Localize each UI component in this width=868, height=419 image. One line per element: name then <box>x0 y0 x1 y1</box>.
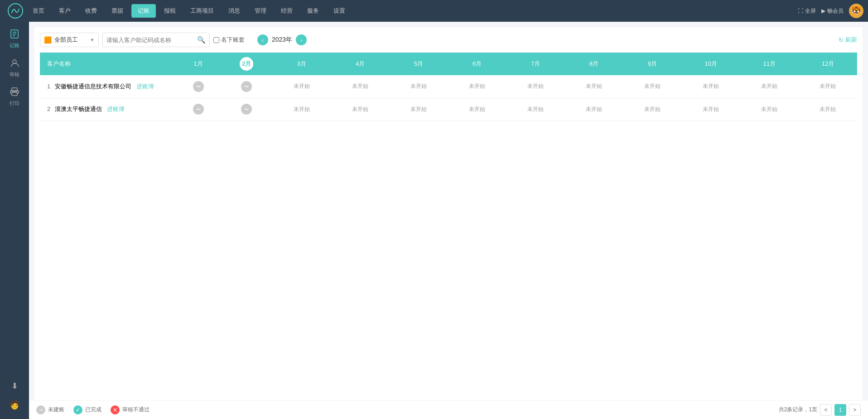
refresh-button[interactable]: ↻ 刷新 <box>839 36 857 44</box>
sidebar-bottom: ⬇ 🧑 <box>2 377 27 419</box>
nav-service[interactable]: 服务 <box>301 4 325 18</box>
row1-jan: － <box>176 75 221 98</box>
top-nav: 首页 客户 收费 票据 记账 报税 工商项目 消息 管理 经营 服务 设置 ⛶ … <box>0 0 868 22</box>
row1-dec: 未开始 <box>799 75 857 98</box>
legend-not-built: － 未建账 <box>36 405 64 414</box>
search-input[interactable] <box>103 35 193 45</box>
nav-home[interactable]: 首页 <box>26 4 51 18</box>
sidebar-support[interactable]: 🧑 <box>2 396 27 414</box>
row2-num: 2 <box>47 106 50 112</box>
vip-label: 畅会员 <box>827 7 844 15</box>
employee-select[interactable]: 🟧 全部员工 ▼ <box>40 33 99 47</box>
nav-management[interactable]: 管理 <box>248 4 273 18</box>
data-table: 客户名称 1月 2月 3月 4月 5月 6月 7月 8月 9月 <box>40 53 857 121</box>
row1-enter-ledger-link[interactable]: 进账簿 <box>136 83 154 90</box>
legend-gray-icon: － <box>36 405 45 414</box>
accounting-icon <box>10 29 19 40</box>
col-header-jun: 6月 <box>448 53 506 75</box>
nav-business[interactable]: 工商项目 <box>184 4 220 18</box>
support-icon: 🧑 <box>10 400 19 410</box>
fullscreen-icon: ⛶ <box>798 8 803 14</box>
main-panel: 🟧 全部员工 ▼ 🔍 名下账套 ‹ 2023年 › <box>34 27 863 401</box>
row1-oct-status: 未开始 <box>703 83 719 89</box>
refresh-icon: ↻ <box>839 37 844 43</box>
nav-tax[interactable]: 报税 <box>158 4 182 18</box>
my-accounts-checkbox[interactable] <box>213 37 219 43</box>
nav-customer[interactable]: 客户 <box>53 4 77 18</box>
col-header-name: 客户名称 <box>40 53 176 75</box>
row2-sep: 未开始 <box>623 98 682 120</box>
row1-mar: 未开始 <box>272 75 331 98</box>
chevron-down-icon: ▼ <box>90 37 95 43</box>
fullscreen-button[interactable]: ⛶ 全屏 <box>798 7 816 15</box>
audit-icon <box>10 58 19 69</box>
row2-apr: 未开始 <box>331 98 389 120</box>
print-icon <box>10 87 19 98</box>
search-box: 🔍 <box>102 33 210 47</box>
employee-select-icon: 🟧 <box>44 36 52 43</box>
sidebar-item-print[interactable]: 打印 <box>2 83 27 111</box>
row2-dec: 未开始 <box>799 98 857 120</box>
row2-enter-ledger-link[interactable]: 进账簿 <box>107 106 125 112</box>
col-header-may: 5月 <box>390 53 448 75</box>
col-header-jul: 7月 <box>506 53 565 75</box>
nav-accounting[interactable]: 记账 <box>131 4 156 18</box>
search-button[interactable]: 🔍 <box>193 36 209 44</box>
row1-feb-status: － <box>241 81 252 92</box>
sidebar-item-accounting[interactable]: 记账 <box>2 25 27 53</box>
checkbox-label[interactable]: 名下账套 <box>213 36 245 44</box>
year-nav: ‹ 2023年 › <box>257 34 307 45</box>
row2-nov-status: 未开始 <box>761 106 777 112</box>
checkbox-text: 名下账套 <box>221 36 245 44</box>
row1-sep-status: 未开始 <box>644 83 661 89</box>
current-page-button[interactable]: 1 <box>834 404 846 416</box>
row1-num: 1 <box>47 83 50 90</box>
nav-operation[interactable]: 经营 <box>275 4 299 18</box>
col-header-apr: 4月 <box>331 53 389 75</box>
nav-invoice[interactable]: 票据 <box>105 4 130 18</box>
row1-jan-status: － <box>193 81 204 92</box>
sidebar-audit-label: 审核 <box>10 71 19 78</box>
user-avatar[interactable]: 🐯 <box>849 4 863 18</box>
prev-page-button[interactable]: < <box>820 404 832 416</box>
legend-rejected-label: 审核不通过 <box>122 406 149 414</box>
next-year-button[interactable]: › <box>296 34 307 45</box>
main-layout: 记账 审核 打印 ⬇ <box>0 22 868 419</box>
next-page-button[interactable]: > <box>849 404 861 416</box>
row1-company-name: 安徽畅捷通信息技术有限公司 <box>55 83 131 90</box>
prev-year-button[interactable]: ‹ <box>257 34 268 45</box>
row1-jun: 未开始 <box>448 75 506 98</box>
table-header-row: 客户名称 1月 2月 3月 4月 5月 6月 7月 8月 9月 <box>40 53 857 75</box>
sidebar-download[interactable]: ⬇ <box>2 377 27 395</box>
row1-jul-status: 未开始 <box>527 83 544 89</box>
table-body: 1 安徽畅捷通信息技术有限公司 进账簿 － － 未开始 未开始 <box>40 75 857 120</box>
row1-oct: 未开始 <box>682 75 740 98</box>
sidebar-item-audit[interactable]: 审核 <box>2 54 27 82</box>
row2-oct: 未开始 <box>682 98 740 120</box>
row1-dec-status: 未开始 <box>820 83 836 89</box>
download-icon: ⬇ <box>11 381 18 391</box>
row2-jul-status: 未开始 <box>527 106 544 112</box>
row2-jan-status: － <box>193 104 204 115</box>
row1-jul: 未开始 <box>506 75 565 98</box>
vip-button[interactable]: ▶ 畅会员 <box>821 7 844 15</box>
row2-feb-status: － <box>241 104 252 115</box>
row1-aug: 未开始 <box>565 75 623 98</box>
svg-rect-6 <box>12 88 17 92</box>
nav-collection[interactable]: 收费 <box>79 4 103 18</box>
row2-nov: 未开始 <box>740 98 799 120</box>
table-wrapper: 客户名称 1月 2月 3月 4月 5月 6月 7月 8月 9月 <box>40 53 857 121</box>
row1-may: 未开始 <box>390 75 448 98</box>
toolbar: 🟧 全部员工 ▼ 🔍 名下账套 ‹ 2023年 › <box>40 33 857 47</box>
pagination: 共2条记录，1页 < 1 > <box>779 404 861 416</box>
row1-apr: 未开始 <box>331 75 389 98</box>
nav-settings[interactable]: 设置 <box>327 4 352 18</box>
row1-sep: 未开始 <box>623 75 682 98</box>
nav-message[interactable]: 消息 <box>222 4 246 18</box>
table-row: 2 漠澳太平畅捷通信 进账簿 － － 未开始 未开始 <box>40 98 857 120</box>
row2-mar: 未开始 <box>272 98 331 120</box>
col-header-oct: 10月 <box>682 53 740 75</box>
col-header-dec: 12月 <box>799 53 857 75</box>
table-row: 1 安徽畅捷通信息技术有限公司 进账簿 － － 未开始 未开始 <box>40 75 857 98</box>
col-header-sep: 9月 <box>623 53 682 75</box>
